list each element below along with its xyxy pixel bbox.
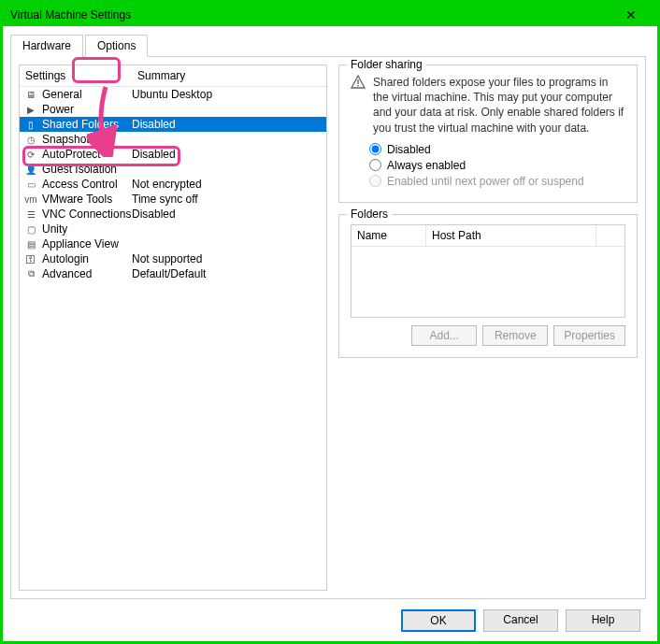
shield-icon: ⟳ <box>23 148 38 161</box>
col-header-settings: Settings <box>20 65 132 86</box>
close-icon[interactable]: ✕ <box>612 7 650 22</box>
folders-col-path: Host Path <box>426 225 596 246</box>
list-item-name: Autologin <box>42 252 132 265</box>
camera-icon: ◷ <box>23 133 38 146</box>
dialog-footer: OK Cancel Help <box>401 609 640 632</box>
list-item[interactable]: 👤Guest Isolation <box>20 162 326 177</box>
warning: Shared folders expose your files to prog… <box>351 75 625 136</box>
list-item-name: VMware Tools <box>42 193 132 206</box>
folders-table: Name Host Path <box>351 224 625 318</box>
list-item[interactable]: ▯Shared FoldersDisabled <box>20 117 326 132</box>
group-title: Folder sharing <box>347 58 426 71</box>
list-item-summary: Disabled <box>132 148 323 161</box>
svg-rect-0 <box>357 79 358 84</box>
add-button: Add... <box>411 325 477 346</box>
list-item-name: Shared Folders <box>42 118 132 131</box>
list-item-name: Access Control <box>42 178 132 191</box>
list-item[interactable]: ▶Power <box>20 102 326 117</box>
list-item[interactable]: ▭Access ControlNot encrypted <box>20 177 326 192</box>
warning-icon <box>351 75 366 136</box>
radio-until: Enabled until next power off or suspend <box>369 175 625 188</box>
folders-buttons: Add... Remove Properties <box>351 325 625 346</box>
appliance-icon: ▤ <box>23 237 38 250</box>
user-icon: 👤 <box>23 163 38 176</box>
lock-icon: ▭ <box>23 178 38 191</box>
panel: Settings Summary 🖥GeneralUbuntu Desktop▶… <box>10 57 646 599</box>
folder-icon: ▯ <box>23 118 38 131</box>
settings-list: Settings Summary 🖥GeneralUbuntu Desktop▶… <box>19 64 327 591</box>
titlebar: Virtual Machine Settings ✕ <box>3 3 657 26</box>
radio-until-label: Enabled until next power off or suspend <box>387 175 584 188</box>
list-header: Settings Summary <box>20 65 326 87</box>
help-button[interactable]: Help <box>566 609 640 632</box>
monitor-icon: 🖥 <box>23 88 38 101</box>
list-item[interactable]: ☰VNC ConnectionsDisabled <box>20 207 326 222</box>
radio-always-input[interactable] <box>369 159 381 171</box>
tab-hardware[interactable]: Hardware <box>10 35 83 57</box>
col-header-summary: Summary <box>132 65 326 86</box>
folder-sharing-group: Folder sharing Shared folders expose you… <box>338 64 638 203</box>
ok-button[interactable]: OK <box>401 609 476 632</box>
tab-options[interactable]: Options <box>85 35 148 57</box>
window-title: Virtual Machine Settings <box>10 8 612 21</box>
list-item-summary: Disabled <box>132 208 323 221</box>
list-item[interactable]: 🖥GeneralUbuntu Desktop <box>20 87 326 102</box>
radio-always-label: Always enabled <box>387 159 466 172</box>
warning-text: Shared folders expose your files to prog… <box>373 75 625 136</box>
unity-icon: ▢ <box>23 222 38 236</box>
folders-table-header: Name Host Path <box>352 225 624 247</box>
list-item[interactable]: ▢Unity <box>20 222 326 236</box>
list-item-name: Guest Isolation <box>42 163 132 176</box>
properties-button: Properties <box>553 325 625 346</box>
play-icon: ▶ <box>23 103 38 116</box>
key-icon: ⚿ <box>23 252 38 265</box>
settings-window: Virtual Machine Settings ✕ Hardware Opti… <box>0 0 660 644</box>
list-item-summary: Disabled <box>132 118 323 131</box>
list-item[interactable]: ⚿AutologinNot supported <box>20 251 326 266</box>
list-item-summary: Not encrypted <box>132 178 323 191</box>
detail-pane: Folder sharing Shared folders expose you… <box>338 64 638 591</box>
list-item[interactable]: ⧉AdvancedDefault/Default <box>20 266 326 281</box>
list-item[interactable]: ⟳AutoProtectDisabled <box>20 147 326 162</box>
radio-disabled-input[interactable] <box>369 143 381 155</box>
radio-disabled[interactable]: Disabled <box>369 143 625 156</box>
list-item-summary: Not supported <box>132 252 323 265</box>
list-item[interactable]: ▤Appliance View <box>20 236 326 251</box>
list-item-summary: Ubuntu Desktop <box>132 88 323 101</box>
list-item[interactable]: vmVMware ToolsTime sync off <box>20 192 326 207</box>
list-item-name: AutoProtect <box>42 148 132 161</box>
settings-list-pane: Settings Summary 🖥GeneralUbuntu Desktop▶… <box>19 64 327 591</box>
list-item-name: Appliance View <box>42 237 132 250</box>
list-item-name: Snapshots <box>42 133 132 146</box>
chart-icon: ⧉ <box>23 267 38 280</box>
list-item-name: VNC Connections <box>42 208 132 221</box>
list-item-name: General <box>42 88 132 101</box>
folders-group: Folders Name Host Path Add... Remove Pro… <box>338 214 638 358</box>
radio-until-input <box>369 175 381 187</box>
list-item-name: Unity <box>42 222 132 236</box>
tools-icon: vm <box>23 193 38 206</box>
svg-rect-1 <box>357 85 358 86</box>
radio-always[interactable]: Always enabled <box>369 159 625 172</box>
list-item-name: Power <box>42 103 132 116</box>
list-item[interactable]: ◷Snapshots <box>20 132 326 147</box>
remove-button: Remove <box>482 325 548 346</box>
list-item-summary: Time sync off <box>132 193 323 206</box>
folders-group-title: Folders <box>347 208 392 221</box>
folders-col-name: Name <box>352 225 426 246</box>
vnc-icon: ☰ <box>23 208 38 221</box>
list-item-name: Advanced <box>42 267 132 280</box>
tab-strip: Hardware Options <box>10 34 646 57</box>
radio-disabled-label: Disabled <box>387 143 431 156</box>
list-item-summary: Default/Default <box>132 267 323 280</box>
cancel-button[interactable]: Cancel <box>483 609 558 632</box>
folders-col-end <box>596 225 624 246</box>
